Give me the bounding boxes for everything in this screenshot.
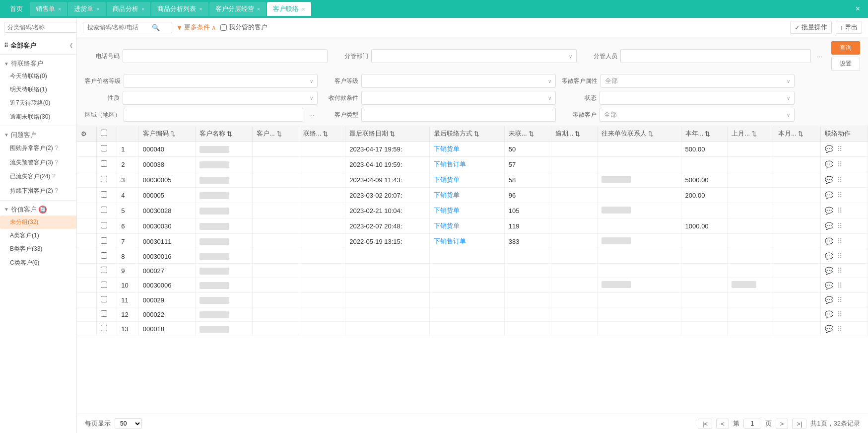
sidebar-all-customers[interactable]: ⠿ 全部客户 《 bbox=[0, 37, 76, 52]
scatter-attr-select[interactable]: 全部 ∨ bbox=[601, 74, 795, 88]
nav-tab-sales[interactable]: 销售单 × bbox=[30, 2, 67, 16]
sidebar-item-today-pending[interactable]: 今天待联络(0) bbox=[0, 70, 76, 83]
nav-tab-purchase[interactable]: 进货单 × bbox=[68, 2, 105, 16]
payment-select[interactable]: ∨ bbox=[361, 91, 556, 105]
message-icon[interactable]: 💬 bbox=[825, 296, 833, 304]
grid-action-icon[interactable]: ⠿ bbox=[837, 325, 842, 333]
close-customer-contact-tab-icon[interactable]: × bbox=[302, 6, 305, 12]
price-level-select[interactable]: ∨ bbox=[124, 74, 318, 88]
grid-action-icon[interactable]: ⠿ bbox=[837, 145, 842, 153]
cell-last-method[interactable]: 下销货单 bbox=[430, 172, 504, 188]
grid-action-icon[interactable]: ⠿ bbox=[837, 282, 842, 289]
message-icon[interactable]: 💬 bbox=[825, 160, 833, 168]
nav-tab-goods-analysis-list[interactable]: 商品分析列表 × bbox=[151, 2, 208, 16]
manager-input[interactable] bbox=[620, 49, 811, 63]
row-checkbox[interactable] bbox=[101, 237, 107, 244]
row-checkbox[interactable] bbox=[101, 160, 107, 167]
my-customers-toggle[interactable]: 我分管的客户 bbox=[220, 23, 267, 32]
col-last-contact-method[interactable]: 最后联络方式 ⇅ bbox=[430, 126, 504, 142]
row-checkbox[interactable] bbox=[101, 191, 107, 198]
filter-search-icon[interactable]: 🔍 bbox=[152, 24, 160, 31]
row-checkbox[interactable] bbox=[101, 296, 107, 302]
col-this-month[interactable]: 本月... ⇅ bbox=[774, 126, 820, 142]
message-icon[interactable]: 💬 bbox=[825, 310, 833, 318]
my-customers-checkbox[interactable] bbox=[220, 24, 227, 31]
nav-tab-goods-analysis[interactable]: 商品分析 × bbox=[107, 2, 150, 16]
message-icon[interactable]: 💬 bbox=[825, 237, 833, 245]
grid-action-icon[interactable]: ⠿ bbox=[837, 252, 842, 260]
close-customer-tier-tab-icon[interactable]: × bbox=[257, 6, 260, 12]
message-icon[interactable]: 💬 bbox=[825, 145, 833, 153]
row-checkbox[interactable] bbox=[101, 252, 107, 259]
close-goods-analysis-tab-icon[interactable]: × bbox=[141, 6, 144, 12]
grid-action-icon[interactable]: ⠿ bbox=[837, 310, 842, 318]
nature-select[interactable]: ∨ bbox=[123, 91, 318, 105]
grid-action-icon[interactable]: ⠿ bbox=[837, 267, 842, 275]
sidebar-item-week-pending[interactable]: 近7天待联络(0) bbox=[0, 96, 76, 110]
first-page-btn[interactable]: |< bbox=[698, 419, 712, 429]
page-number-input[interactable] bbox=[743, 419, 761, 429]
window-close-btn[interactable]: × bbox=[852, 4, 864, 13]
col-last-month[interactable]: 上月... ⇅ bbox=[728, 126, 774, 142]
cell-last-method[interactable]: 下销售订单 bbox=[430, 157, 504, 172]
sidebar-item-ungroup[interactable]: 未分组(32) bbox=[0, 216, 76, 229]
message-icon[interactable]: 💬 bbox=[825, 325, 833, 333]
close-purchase-tab-icon[interactable]: × bbox=[96, 6, 99, 12]
sidebar-item-lost[interactable]: 已流失客户(24) ? bbox=[0, 169, 76, 184]
cust-type-input[interactable] bbox=[361, 108, 556, 122]
grid-action-icon[interactable]: ⠿ bbox=[837, 160, 842, 168]
cell-last-method[interactable]: 下销货单 bbox=[430, 218, 504, 234]
grid-action-icon[interactable]: ⠿ bbox=[837, 222, 842, 230]
sidebar-item-type-c[interactable]: C类客户(6) bbox=[0, 256, 76, 270]
next-page-btn[interactable]: > bbox=[776, 419, 789, 429]
message-icon[interactable]: 💬 bbox=[825, 191, 833, 199]
col-customer-type[interactable]: 客户... ⇅ bbox=[252, 126, 299, 142]
grid-action-icon[interactable]: ⠿ bbox=[837, 296, 842, 304]
cust-level-select[interactable]: ∨ bbox=[361, 74, 556, 88]
nav-tab-home[interactable]: 首页 bbox=[4, 2, 29, 16]
grid-action-icon[interactable]: ⠿ bbox=[837, 237, 842, 245]
row-checkbox[interactable] bbox=[101, 325, 107, 331]
row-checkbox[interactable] bbox=[101, 222, 107, 228]
filter-search-input[interactable] bbox=[87, 24, 152, 31]
col-no-contact[interactable]: 未联... ⇅ bbox=[504, 126, 551, 142]
cell-last-method[interactable]: 下销货单 bbox=[430, 142, 504, 157]
close-goods-list-tab-icon[interactable]: × bbox=[199, 6, 202, 12]
manager-dots[interactable]: ··· bbox=[814, 53, 825, 60]
message-icon[interactable]: 💬 bbox=[825, 222, 833, 230]
dept-select[interactable]: ∨ bbox=[371, 49, 576, 63]
region-dots[interactable]: ··· bbox=[306, 111, 318, 119]
sidebar-group-problem[interactable]: ▼ 问题客户 bbox=[0, 128, 76, 141]
cell-last-method[interactable]: 下销货单 bbox=[430, 203, 504, 218]
sidebar-item-overdue[interactable]: 逾期未联络(30) bbox=[0, 110, 76, 124]
message-icon[interactable]: 💬 bbox=[825, 267, 833, 275]
col-customer-code[interactable]: 客户编码 ⇅ bbox=[138, 126, 196, 142]
row-checkbox[interactable] bbox=[101, 207, 107, 213]
query-button[interactable]: 查询 bbox=[831, 41, 860, 55]
export-btn[interactable]: ↑ 导出 bbox=[836, 21, 863, 34]
status-select[interactable]: ∨ bbox=[600, 91, 795, 105]
page-size-select[interactable]: 50 20 100 bbox=[115, 418, 142, 429]
col-contact[interactable]: 联络... ⇅ bbox=[299, 126, 345, 142]
last-page-btn[interactable]: >| bbox=[792, 419, 806, 429]
sidebar-item-hoarding[interactable]: 囤购异常客户(2) ? bbox=[0, 141, 76, 155]
sidebar-search-input[interactable] bbox=[4, 22, 77, 33]
sidebar-item-tomorrow-pending[interactable]: 明天待联络(1) bbox=[0, 83, 76, 96]
nav-tab-customer-contact[interactable]: 客户联络 × bbox=[267, 2, 311, 16]
sidebar-item-type-b[interactable]: B类客户(33) bbox=[0, 242, 76, 256]
phone-input[interactable] bbox=[123, 49, 328, 63]
message-icon[interactable]: 💬 bbox=[825, 207, 833, 215]
col-unit-contact[interactable]: 往来单位联系人 ⇅ bbox=[598, 126, 681, 142]
grid-action-icon[interactable]: ⠿ bbox=[837, 191, 842, 199]
col-settings[interactable]: ⚙ bbox=[77, 126, 96, 142]
prev-page-btn[interactable]: < bbox=[716, 419, 729, 429]
row-checkbox[interactable] bbox=[101, 282, 107, 288]
scatter-select[interactable]: 全部 ∨ bbox=[600, 108, 795, 122]
batch-operation-btn[interactable]: ✓ 批量操作 bbox=[790, 21, 832, 34]
col-overdue[interactable]: 逾期... ⇅ bbox=[551, 126, 598, 142]
sidebar-group-value[interactable]: ▼ 价值客户 🔄 bbox=[0, 203, 76, 216]
col-last-contact-date[interactable]: 最后联络日期 ⇅ bbox=[345, 126, 430, 142]
row-checkbox[interactable] bbox=[101, 145, 107, 151]
message-icon[interactable]: 💬 bbox=[825, 176, 833, 184]
col-customer-name[interactable]: 客户名称 ⇅ bbox=[196, 126, 253, 142]
